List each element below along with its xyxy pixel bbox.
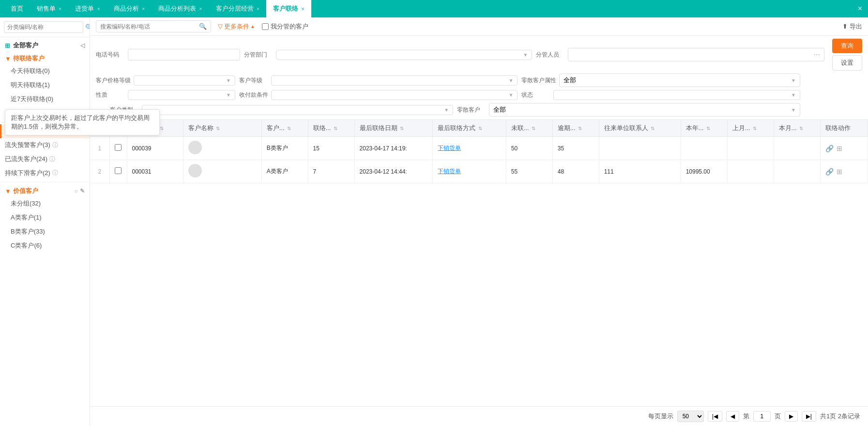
nav-customer-tier[interactable]: 客户分层经营 ×: [209, 0, 266, 17]
nav-customer-contact[interactable]: 客户联络 ×: [266, 0, 311, 17]
close-icon[interactable]: ×: [199, 6, 202, 12]
filter-gender: 性质 ▼: [96, 90, 235, 100]
info-icon: ⓘ: [52, 168, 58, 177]
row-checkbox-cell: [109, 160, 127, 183]
last-contact-method: 下销货单: [433, 137, 506, 160]
contact-count: 7: [308, 160, 354, 183]
customer-code: 000039: [127, 137, 183, 160]
main-search-icon[interactable]: 🔍: [199, 23, 207, 30]
sidebar-item-tomorrow[interactable]: 明天待联络(1): [0, 78, 90, 92]
status-select[interactable]: ▼: [553, 90, 800, 100]
avatar: [188, 141, 202, 154]
my-customer-checkbox[interactable]: [262, 23, 269, 30]
last-contact-date: 2023-04-17 14:19:: [354, 137, 433, 160]
export-button[interactable]: ⬆ 导出: [842, 22, 862, 31]
chevron-down-icon: ▼: [791, 92, 796, 98]
customer-code: 000031: [127, 160, 183, 183]
prev-page-button[interactable]: ◀: [726, 411, 739, 422]
my-customer-checkbox-area: 我分管的客户: [262, 22, 308, 31]
sidebar-item-churn-warning[interactable]: 流失预警客户(3) ⓘ: [0, 138, 90, 152]
main-search-input[interactable]: [100, 23, 197, 30]
chevron-down-icon: ▼: [444, 107, 449, 113]
nav-analysis-list[interactable]: 商品分析列表 ×: [152, 0, 209, 17]
row-checkbox[interactable]: [115, 167, 122, 174]
close-icon[interactable]: ×: [142, 6, 145, 12]
th-overdue: 逾期... ⇅: [552, 120, 599, 137]
link-action-icon[interactable]: 🔗: [825, 168, 834, 176]
action-cell: 🔗 ⊞: [820, 160, 868, 183]
retail-prop-select[interactable]: 全部 ▼: [559, 73, 800, 87]
next-page-button[interactable]: ▶: [785, 411, 798, 422]
collapse-icon[interactable]: ◁: [80, 42, 85, 49]
settings-button[interactable]: 设置: [832, 55, 862, 71]
export-icon: ⬆: [842, 23, 848, 30]
sidebar-item-unclassified[interactable]: 未分组(32): [0, 197, 90, 211]
qr-action-icon[interactable]: ⊞: [837, 168, 842, 176]
nav-analysis[interactable]: 商品分析 ×: [107, 0, 152, 17]
payment-cond-select[interactable]: ▼: [271, 90, 518, 100]
row-number: 1: [90, 137, 109, 160]
first-page-button[interactable]: |◀: [708, 411, 722, 422]
pending-contact-group[interactable]: ▼ 待联络客户: [0, 52, 90, 64]
sidebar-item-7days[interactable]: 近7天待联络(0): [0, 92, 90, 106]
sort-icon: ⇅: [578, 126, 582, 131]
filter-icon: ▽: [218, 23, 223, 30]
sidebar-search-icon[interactable]: 🔍: [85, 24, 90, 31]
filter-price-level: 客户价格等级 ▼: [96, 75, 235, 86]
sidebar-item-declining[interactable]: 持续下滑客户(2) ⓘ: [0, 166, 90, 180]
sidebar-item-today[interactable]: 今天待联络(0): [0, 64, 90, 78]
value-customer-group[interactable]: ▼ 价值客户 ○ ✎: [0, 184, 90, 197]
level-select[interactable]: ▼: [271, 75, 518, 86]
per-page-select[interactable]: 50 20 100: [677, 411, 704, 422]
avatar: [188, 164, 202, 177]
sidebar-item-class-b[interactable]: B类客户(33): [0, 225, 90, 239]
table-row: 1 000039 B类客户 15 2023-04-17 14:19: 下销货单 …: [90, 137, 868, 160]
overdue-count: 48: [552, 160, 599, 183]
th-contact: 联络... ⇅: [308, 120, 354, 137]
contact-count: 15: [308, 137, 354, 160]
settings-icon[interactable]: ✎: [80, 188, 85, 194]
customer-type-select[interactable]: ▼: [142, 105, 453, 115]
sidebar-search-input[interactable]: [4, 21, 83, 33]
chevron-down-icon: ▼: [226, 78, 231, 83]
last-page-button[interactable]: ▶|: [802, 411, 816, 422]
gender-select[interactable]: ▼: [128, 90, 235, 100]
row-checkbox-cell: [109, 137, 127, 160]
chevron-down-icon: ▼: [508, 78, 513, 83]
page-input[interactable]: [753, 411, 771, 422]
price-level-select[interactable]: ▼: [134, 75, 235, 86]
person-select[interactable]: ···: [568, 48, 824, 61]
close-icon[interactable]: ×: [301, 6, 304, 12]
sidebar-item-class-a[interactable]: A类客户(1): [0, 211, 90, 225]
nav-home[interactable]: 首页: [4, 0, 30, 17]
filter-phone: 电话号码: [96, 49, 240, 60]
close-icon[interactable]: ×: [59, 6, 61, 12]
retail-customer-select[interactable]: 全部 ▼: [489, 103, 800, 117]
action-cell: 🔗 ⊞: [820, 137, 868, 160]
row-checkbox[interactable]: [115, 144, 122, 151]
close-all-button[interactable]: ×: [858, 4, 862, 13]
close-icon[interactable]: ×: [257, 6, 259, 12]
query-button[interactable]: 查询: [832, 39, 862, 53]
close-icon[interactable]: ×: [97, 6, 100, 12]
chevron-down-icon: ▼: [523, 52, 528, 58]
info-icon: ⓘ: [49, 155, 55, 164]
sort-icon: ⇅: [334, 126, 337, 131]
th-last-contact-method: 最后联络方式 ⇅: [433, 120, 506, 137]
sidebar-item-class-c[interactable]: C类客户(6): [0, 239, 90, 253]
filter-dept: 分管部门 ▼: [244, 50, 533, 60]
nav-sales[interactable]: 销售单 ×: [30, 0, 68, 17]
sort-icon: ⇅: [799, 126, 803, 131]
filter-bar: 🔍 ▽ 更多条件 ▲ 我分管的客户 ⬆ 导出: [90, 17, 868, 36]
link-action-icon[interactable]: 🔗: [825, 145, 834, 152]
sidebar-item-churned[interactable]: 已流失客户(24) ⓘ: [0, 152, 90, 166]
sort-icon: ⇅: [706, 126, 710, 131]
nav-purchase[interactable]: 进货单 ×: [68, 0, 107, 17]
more-filter-btn[interactable]: ▽ 更多条件 ▲: [214, 22, 259, 31]
edit-icon[interactable]: ○: [75, 188, 78, 194]
dept-select[interactable]: ▼: [276, 50, 533, 60]
contact-person: [599, 137, 681, 160]
customer-name: [183, 160, 261, 183]
qr-action-icon[interactable]: ⊞: [837, 145, 842, 152]
phone-input[interactable]: [128, 49, 240, 60]
